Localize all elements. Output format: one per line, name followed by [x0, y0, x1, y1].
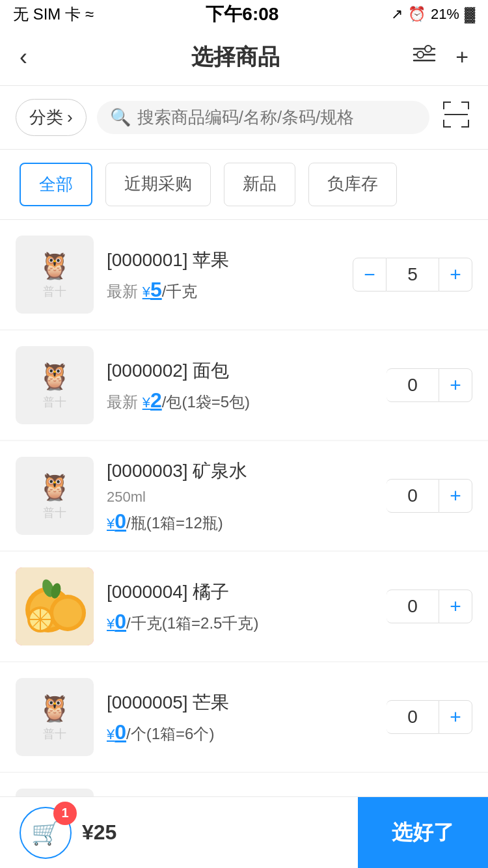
location-icon: ↗: [391, 6, 403, 23]
cart-badge: 1: [53, 802, 77, 825]
placeholder-icon: 🦉: [38, 251, 71, 281]
quantity-decrease-p1[interactable]: −: [353, 258, 386, 292]
quantity-input-p5[interactable]: [386, 700, 439, 734]
cart-area: 🛒 1 ¥25: [0, 807, 358, 859]
product-image-p2: 🦉 普十: [16, 346, 94, 424]
product-price: 最新 ¥5/千克: [107, 278, 340, 302]
back-button[interactable]: ‹: [20, 44, 59, 71]
tab-all[interactable]: 全部: [20, 163, 92, 206]
placeholder-text: 普十: [43, 394, 66, 410]
search-icon: 🔍: [110, 107, 131, 128]
list-item: 🦉 普十 [0000002] 面包 最新 ¥2/包(1袋=5包) +: [0, 331, 488, 440]
price-unit: /千克: [162, 282, 198, 300]
tab-new[interactable]: 新品: [224, 163, 295, 206]
tabs-bar: 全部 近期采购 新品 负库存: [0, 150, 488, 220]
quantity-control-p4: +: [386, 590, 472, 623]
price-currency: ¥: [107, 616, 115, 632]
category-label: 分类: [29, 106, 63, 129]
placeholder-text: 普十: [43, 284, 66, 299]
quantity-control-p3: +: [386, 479, 472, 513]
filter-bar: 分类 › 🔍: [0, 86, 488, 150]
product-price: ¥0/瓶(1箱=12瓶): [107, 509, 373, 534]
battery-icon: ▓: [465, 6, 475, 23]
price-number: 2: [150, 388, 162, 412]
product-spec: 250ml: [107, 489, 373, 506]
bottom-bar: 🛒 1 ¥25 选好了: [0, 796, 488, 868]
status-right: ↗ ⏰ 21% ▓: [391, 6, 475, 23]
product-name: [0000005] 芒果: [107, 690, 373, 715]
list-item: [0000004] 橘子 ¥0/千克(1箱=2.5千克) +: [0, 552, 488, 661]
placeholder-icon: 🦉: [38, 693, 71, 724]
product-list: 🦉 普十 [0000001] 苹果 最新 ¥5/千克 − + 🦉 普十 [000…: [0, 220, 488, 868]
product-name: [0000002] 面包: [107, 359, 373, 383]
product-price: ¥0/千克(1箱=2.5千克): [107, 610, 373, 634]
quantity-input-p4[interactable]: [386, 590, 439, 623]
price-unit: /包(1袋=5包): [162, 393, 250, 411]
nav-bar: ‹ 选择商品 +: [0, 29, 488, 86]
tab-negative[interactable]: 负库存: [308, 163, 397, 206]
battery-status: 21%: [431, 6, 459, 23]
cart-icon: 🛒: [31, 819, 61, 847]
product-image-p1: 🦉 普十: [16, 236, 94, 314]
svg-point-4: [417, 51, 424, 58]
search-input[interactable]: [137, 107, 416, 128]
placeholder-text: 普十: [43, 726, 66, 742]
search-box: 🔍: [97, 101, 429, 134]
quantity-increase-p5[interactable]: +: [439, 700, 472, 734]
svg-point-18: [53, 599, 82, 627]
placeholder-icon: 🦉: [38, 472, 71, 502]
product-name: [0000003] 矿泉水: [107, 459, 373, 483]
placeholder-text: 普十: [43, 505, 66, 521]
svg-rect-10: [443, 120, 444, 128]
quantity-control-p2: +: [386, 368, 472, 402]
price-number: 5: [150, 278, 162, 301]
product-image-p5: 🦉 普十: [16, 678, 94, 756]
product-price: 最新 ¥2/包(1袋=5包): [107, 388, 373, 413]
category-button[interactable]: 分类 ›: [16, 99, 87, 136]
alarm-icon: ⏰: [408, 6, 426, 23]
product-info-p2: [0000002] 面包 最新 ¥2/包(1袋=5包): [107, 359, 373, 413]
product-price: ¥0/个(1箱=6个): [107, 720, 373, 744]
scan-button[interactable]: [440, 100, 472, 135]
product-info-p4: [0000004] 橘子 ¥0/千克(1箱=2.5千克): [107, 580, 373, 634]
price-label: 最新: [107, 282, 142, 300]
quantity-increase-p2[interactable]: +: [439, 368, 472, 402]
price-unit: /千克(1箱=2.5千克): [126, 614, 258, 632]
price-number: 0: [115, 610, 126, 633]
price-currency: ¥: [107, 515, 115, 532]
cart-button[interactable]: 🛒 1: [20, 807, 72, 859]
status-time: 下午6:08: [206, 2, 278, 27]
product-info-p5: [0000005] 芒果 ¥0/个(1箱=6个): [107, 690, 373, 744]
quantity-input-p1[interactable]: [386, 258, 439, 292]
product-image-p3: 🦉 普十: [16, 457, 94, 535]
quantity-control-p5: +: [386, 700, 472, 734]
filter-button[interactable]: [413, 44, 436, 70]
cart-total: ¥25: [82, 821, 116, 845]
product-image-p4: [16, 567, 94, 645]
placeholder-icon: 🦉: [38, 361, 71, 392]
price-label: 最新: [107, 393, 142, 411]
quantity-increase-p1[interactable]: +: [439, 258, 472, 292]
price-currency: ¥: [142, 394, 150, 411]
product-info-p3: [0000003] 矿泉水 250ml ¥0/瓶(1箱=12瓶): [107, 459, 373, 534]
quantity-input-p2[interactable]: [386, 368, 439, 402]
price-currency: ¥: [142, 284, 150, 300]
price-unit: /个(1箱=6个): [126, 725, 214, 742]
product-name: [0000004] 橘子: [107, 580, 373, 604]
product-name: [0000001] 苹果: [107, 248, 340, 273]
list-item: 🦉 普十 [0000003] 矿泉水 250ml ¥0/瓶(1箱=12瓶) +: [0, 441, 488, 550]
tab-recent[interactable]: 近期采购: [105, 163, 211, 206]
add-button[interactable]: +: [455, 44, 468, 70]
svg-point-3: [425, 46, 431, 52]
status-bar: 无 SIM 卡 ≈ 下午6:08 ↗ ⏰ 21% ▓: [0, 0, 488, 29]
svg-rect-8: [468, 102, 469, 109]
price-number: 0: [115, 720, 126, 744]
quantity-input-p3[interactable]: [386, 479, 439, 513]
confirm-button[interactable]: 选好了: [358, 797, 488, 869]
svg-rect-6: [443, 102, 444, 109]
quantity-increase-p4[interactable]: +: [439, 590, 472, 623]
price-unit: /瓶(1箱=12瓶): [126, 514, 223, 532]
price-number: 0: [115, 509, 126, 533]
quantity-control-p1: − +: [353, 258, 472, 292]
quantity-increase-p3[interactable]: +: [439, 479, 472, 513]
